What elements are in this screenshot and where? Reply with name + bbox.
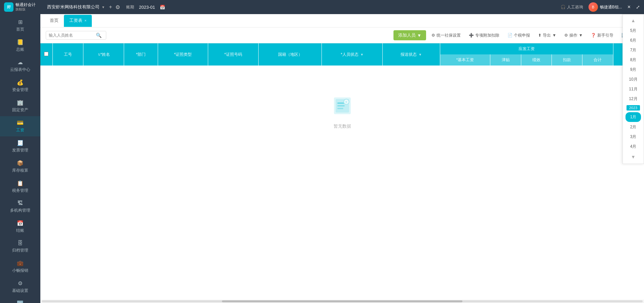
period-month-3[interactable]: 3月 [623,132,644,142]
sidebar-item-ledger[interactable]: 📒 总账 [0,36,40,56]
empty-text: 暂无数据 [334,123,351,129]
support-button[interactable]: 🎧 人工咨询 [561,4,583,10]
sidebar-item-inventory[interactable]: 📦 库存核算 [0,157,40,177]
company-selector[interactable]: 西安虾米网络科技有限公司 ▼ [47,4,105,10]
th-salary-group: 应发工资 [440,43,613,54]
personal-tax-btn[interactable]: 📄 个税申报 [505,31,533,40]
sidebar-label-ledger: 总账 [16,47,24,52]
sidebar-label-asset: 固定资产 [12,107,28,113]
sidebar-item-cloud-report[interactable]: ☁ 云报表中心 [0,56,40,76]
status-filter-icon[interactable]: ▼ [360,53,364,56]
scrollbar-thumb[interactable] [222,300,462,302]
export-btn[interactable]: ⬆ 导出 ▼ [535,31,559,40]
archive-icon: 🗄 [17,240,23,246]
add-btn-label: 添加人员 [398,32,416,38]
export-label: 导出 [543,33,551,38]
cloud-icon: ☁ [17,59,23,66]
social-security-label: 统一社保设置 [437,33,461,38]
sidebar-label-payroll: 工资 [16,127,24,133]
sidebar-label-cloud: 云报表中心 [10,67,30,73]
sidebar-item-settings[interactable]: ⚙ 基础设置 [0,277,40,297]
maximize-window-btn[interactable]: ⤢ [636,4,640,10]
report-status-filter-icon[interactable]: ▼ [419,53,422,56]
add-company-btn[interactable]: + [109,4,112,10]
social-security-btn[interactable]: ⚙ 统一社保设置 [429,31,463,40]
table-scrollbar[interactable] [40,300,644,303]
period-month-6[interactable]: 6月 [623,36,644,45]
operation-arrow-icon: ▼ [579,33,583,38]
close-window-btn[interactable]: × [628,4,631,10]
sidebar-item-invoice[interactable]: 🧾 发票管理 [0,136,40,157]
tab-close-btn[interactable]: × [84,18,86,23]
sidebar-item-home[interactable]: ⊞ 首页 [0,15,40,36]
period-label: 账期 [126,4,134,10]
sidebar-item-expense[interactable]: 💼 小畅报销 [0,257,40,277]
add-btn-arrow: ▼ [417,33,421,38]
sidebar-label-close: 结账 [16,228,24,233]
sort-icon: ⇅ [98,53,101,56]
user-area[interactable]: B 畅捷通B组... [589,2,622,12]
period-month-10[interactable]: 10月 [623,75,644,84]
sidebar-label-home: 首页 [16,27,24,32]
ledger-icon: 📒 [17,39,24,45]
logo-subtitle: 旗舰版 [15,7,36,12]
expense-icon: 💼 [17,260,24,266]
operation-btn[interactable]: ⚙ 操作 ▼ [562,31,585,40]
sidebar-item-guide[interactable]: 🆕 新手引导 [0,297,40,303]
sidebar-item-archive[interactable]: 🗄 归档管理 [0,237,40,257]
tab-payroll-table[interactable]: 工资表 × [64,15,92,27]
th-checkbox[interactable] [40,43,52,66]
period-month-12[interactable]: 12月 [623,94,644,104]
sidebar-item-tax[interactable]: 📋 税务管理 [0,177,40,197]
period-down-btn[interactable]: ▼ [630,153,637,161]
special-deduct-btn[interactable]: ➕ 专项附加扣除 [466,31,502,40]
sidebar-item-asset[interactable]: 🏢 固定资产 [0,96,40,116]
period-month-9[interactable]: 9月 [623,65,644,75]
guide-btn[interactable]: ❓ 新手引导 [588,31,616,40]
content-area: 首页 工资表 × 🔍 添加人员 ▼ ⚙ 统一社保设置 ➕ 专 [40,14,644,303]
sidebar-item-multi-org[interactable]: 🏗 多机构管理 [0,197,40,217]
search-input[interactable] [49,33,96,38]
logo-title: 畅通好会计 [15,2,36,7]
period-month-5[interactable]: 5月 [623,26,644,36]
svg-rect-3 [337,105,345,106]
select-all-checkbox[interactable] [44,52,48,56]
tab-home[interactable]: 首页 [44,15,64,27]
period-month-2[interactable]: 2月 [623,122,644,132]
th-empno: 工号 [52,43,83,66]
export-arrow-icon: ▼ [552,33,556,38]
company-name: 西安虾米网络科技有限公司 [47,4,100,10]
headset-icon: 🎧 [561,5,566,9]
settings-btn[interactable]: ⚙ [115,4,120,10]
guide-icon: 🆕 [17,300,24,303]
company-dropdown-icon[interactable]: ▼ [102,5,105,9]
add-person-btn[interactable]: 添加人员 ▼ [393,30,426,40]
period-month-7[interactable]: 7月 [623,45,644,55]
asset-icon: 🏢 [17,99,24,106]
period-month-8[interactable]: 8月 [623,55,644,65]
export-icon: ⬆ [538,33,541,38]
payroll-icon: 💳 [17,120,24,126]
search-icon[interactable]: 🔍 [96,33,102,38]
tab-bar: 首页 工资表 × [40,14,644,28]
sidebar-item-fund[interactable]: 💰 资金管理 [0,76,40,96]
tab-payroll-label: 工资表 [69,17,82,24]
th-report-status: 报送状态 ▼ [382,43,440,66]
th-base-salary: *基本工资 [440,54,490,66]
period-up-btn[interactable]: ▲ [630,16,637,25]
th-deduction: 扣款 [552,54,582,66]
header-actions: + ⚙ 账期 2023-01 📅 [109,4,165,10]
th-dept: *部门 [124,43,158,66]
search-wrap: 🔍 [46,31,106,40]
invoice-icon: 🧾 [17,140,24,146]
calendar-icon[interactable]: 📅 [160,5,165,10]
period-month-4[interactable]: 4月 [623,142,644,152]
period-month-1[interactable]: 1月 [626,112,641,122]
inventory-icon: 📦 [17,160,24,166]
scrollbar-track [42,300,643,302]
toolbar: 🔍 添加人员 ▼ ⚙ 统一社保设置 ➕ 专项附加扣除 📄 个税申报 ⬆ 导出 [40,28,644,43]
period-month-11[interactable]: 11月 [623,84,644,94]
sidebar-item-close-accounts[interactable]: 📅 结账 [0,217,40,237]
sidebar-item-payroll[interactable]: 💳 工资 [0,116,40,136]
fund-icon: 💰 [17,79,24,86]
